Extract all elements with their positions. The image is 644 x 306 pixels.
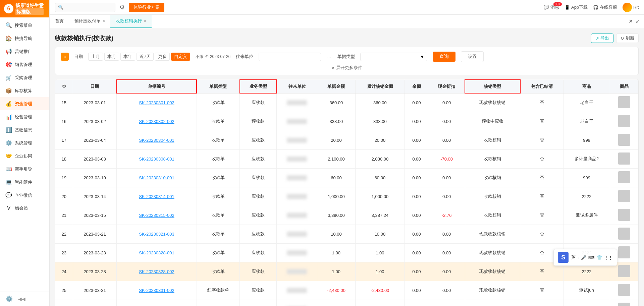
grid-icon[interactable]: ⋮⋮ [604, 255, 613, 260]
date-filter-label: 日期 [74, 54, 83, 60]
cell-biz-type: 预收款 [240, 300, 277, 306]
messages-button[interactable]: 💬 消息 99+ [544, 4, 559, 10]
cell-cash-discount: 0.00 [428, 262, 465, 281]
doc-no-link[interactable]: SK-20230301-002 [139, 100, 174, 105]
sidebar-item-search[interactable]: 🔍搜索菜单 [0, 19, 49, 32]
cell-no: 26 [55, 300, 73, 306]
cell-date: 2023-03-10 [73, 168, 117, 187]
cell-biz-type: 应收款 [240, 243, 277, 262]
sidebar-item-purchase[interactable]: 🛒采购管理 [0, 71, 49, 84]
sidebar-item-operations[interactable]: 📊经营管理 [0, 110, 49, 123]
col-settings[interactable]: ⚙ [55, 80, 73, 93]
expand-more-conditions[interactable]: ∨ 展开更多条件 [61, 65, 633, 71]
cell-cumulative: 1,000.00 [355, 187, 405, 206]
cell-write-off-type: 现款收款核销 [465, 281, 520, 300]
sidebar-item-finance[interactable]: 💰资金管理 [0, 97, 49, 110]
app-download-button[interactable]: 📱 App下载 [565, 4, 588, 10]
expand-tabs-icon[interactable]: ⤢ [636, 18, 640, 24]
tab-collection-exec-close[interactable]: × [144, 19, 146, 23]
date-custom[interactable]: 自定义 [171, 53, 190, 61]
date-more[interactable]: 更多 [155, 53, 170, 61]
sidebar-item-sales[interactable]: 🎯销售管理 [0, 58, 49, 71]
cell-cumulative: 10.00 [355, 225, 405, 243]
sidebar-item-system[interactable]: ⚙️系统管理 [0, 136, 49, 149]
topbar: 🔍 ⚙ 体验行业方案 💬 消息 99+ 📱 App下载 🎧 在线客服 Rit [50, 0, 644, 15]
solution-button[interactable]: 体验行业方案 [129, 3, 164, 12]
sidebar-item-member[interactable]: V畅会员 [0, 202, 49, 215]
cell-include-settled: 否 [520, 168, 564, 187]
sidebar-item-marketing[interactable]: 📢营销推广 [0, 45, 49, 58]
settings-footer-icon[interactable]: ⚙️ [5, 295, 13, 303]
cell-doc-no: SK-20230328-001 [117, 243, 197, 262]
cell-cumulative: 1.00 [355, 262, 405, 281]
sidebar-item-guide[interactable]: 📖新手引导 [0, 163, 49, 176]
cell-balance: 0.00 [405, 262, 428, 281]
tab-collection-exec[interactable]: 收款核销执行 × [110, 15, 152, 28]
table-settings-icon[interactable]: ⚙ [62, 84, 66, 89]
doc-no-link[interactable]: SK-20230308-001 [139, 157, 174, 162]
doc-type-select[interactable]: ▼ [360, 53, 427, 61]
cell-doc-no: SK-20230315-002 [117, 206, 197, 225]
sidebar-icon-search: 🔍 [5, 22, 12, 28]
cell-balance: 0.00 [405, 112, 428, 131]
topbar-search-wrap[interactable]: 🔍 [55, 3, 115, 12]
query-button[interactable]: 查询 [433, 52, 455, 62]
cell-no: 22 [55, 225, 73, 243]
export-button[interactable]: ↗ 导出 [591, 34, 613, 43]
user-avatar-wrap[interactable]: Rit [623, 3, 639, 12]
cell-write-off-type: 预收款核销 [465, 300, 520, 306]
sidebar-label-system: 系统管理 [15, 140, 32, 146]
sidebar-item-inventory[interactable]: 📦库存核算 [0, 84, 49, 97]
date-this-year[interactable]: 本年 [120, 53, 135, 61]
refresh-button[interactable]: ↻ 刷新 [616, 34, 639, 43]
cell-include-settled: 否 [520, 206, 564, 225]
sidebar-item-shortcut[interactable]: 🏠快捷导航 [0, 32, 49, 45]
doc-no-link[interactable]: SK-20230328-002 [139, 269, 174, 274]
date-last-month[interactable]: 上月 [88, 53, 103, 61]
filter-collapse-button[interactable]: » [61, 53, 69, 61]
doc-no-link[interactable]: SK-20230310-001 [139, 175, 174, 180]
doc-no-link[interactable]: SK-20230315-002 [139, 213, 174, 218]
close-all-tabs-icon[interactable]: ✕ [629, 18, 633, 24]
tab-home[interactable]: 首页 [50, 15, 69, 28]
filter-more-dots[interactable]: ··· [326, 54, 332, 59]
english-icon[interactable]: 英 [571, 254, 576, 260]
sidebar-item-basic[interactable]: ℹ️基础信息 [0, 123, 49, 136]
gear-icon[interactable]: ⚙ [119, 4, 125, 11]
doc-no-link[interactable]: SK-20230321-003 [139, 232, 174, 237]
sidebar-footer[interactable]: ⚙️ ◀◀ [0, 292, 49, 306]
mic-icon[interactable]: 🎤 [581, 255, 586, 260]
doc-no-link[interactable]: SK-20230302-002 [139, 119, 174, 124]
headset-icon: 🎧 [593, 5, 598, 10]
sidebar-item-wechat[interactable]: 💬企业微信 [0, 189, 49, 202]
cell-cumulative: 60.00 [355, 168, 405, 187]
cell-date: 2023-03-28 [73, 243, 117, 262]
cell-doc-type: 红字收款单 [197, 281, 239, 300]
sidebar-item-collab[interactable]: 🤝企业协同 [0, 149, 49, 163]
collapse-icon[interactable]: ◀◀ [18, 296, 25, 302]
online-service-button[interactable]: 🎧 在线客服 [593, 4, 617, 10]
shirt-icon[interactable]: 👕 [597, 255, 602, 260]
date-this-month[interactable]: 本月 [104, 53, 119, 61]
cell-doc-type: 收款单 [197, 300, 239, 306]
search-icon: 🔍 [58, 5, 63, 10]
cell-write-off-type: 收款核销 [465, 206, 520, 225]
cell-product2 [610, 112, 638, 131]
doc-no-link[interactable]: SK-20230328-001 [139, 250, 174, 255]
keyboard-icon[interactable]: ⌨ [588, 255, 595, 260]
doc-no-link[interactable]: SK-20230314-001 [139, 194, 174, 199]
cell-include-settled: 否 [520, 149, 564, 168]
date-7days[interactable]: 近7天 [137, 53, 154, 61]
doc-no-link[interactable]: SK-20230331-002 [139, 288, 174, 293]
cell-balance: 0.00 [405, 149, 428, 168]
export-icon: ↗ [595, 36, 599, 41]
tab-pre-order[interactable]: 预计应收付单 × [69, 15, 110, 28]
partner-filter-input[interactable] [259, 53, 321, 61]
settings-button[interactable]: 设置 [461, 51, 484, 62]
partner-value [287, 100, 307, 105]
cell-partner [277, 225, 317, 243]
sidebar-item-hardware[interactable]: 💻智能硬件 [0, 176, 49, 189]
tab-pre-order-close[interactable]: × [103, 19, 105, 23]
cell-no: 21 [55, 206, 73, 225]
doc-no-link[interactable]: SK-20230304-001 [139, 138, 174, 143]
